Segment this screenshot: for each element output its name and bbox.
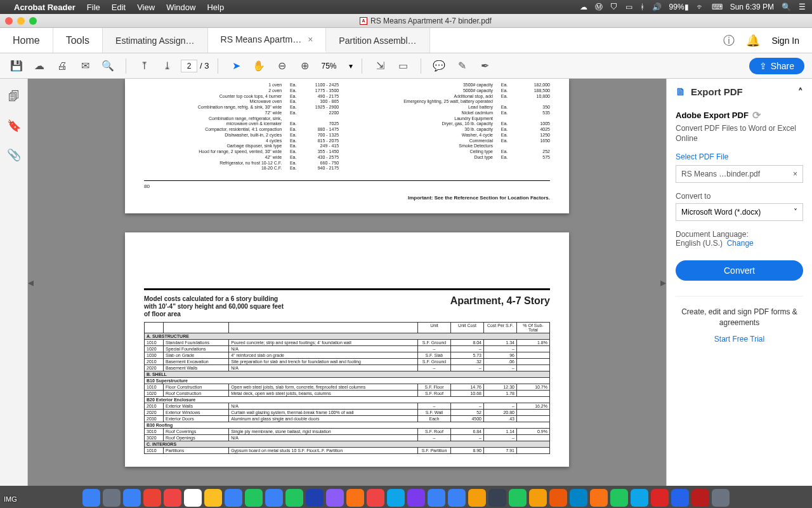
dock-item-31[interactable] [712,489,730,507]
page-current-input[interactable] [181,60,197,72]
save-icon[interactable]: 💾 [8,57,25,75]
dock-item-22[interactable] [529,489,547,507]
search-icon[interactable]: 🔍 [99,57,117,75]
dock-item-27[interactable] [631,489,648,507]
dock-item-17[interactable] [428,489,445,507]
zoom-select[interactable]: 75%▾ [318,62,353,70]
app-name[interactable]: Acrobat Reader [14,3,75,12]
dock-item-24[interactable] [570,489,587,507]
status-display-icon[interactable]: ▭ [625,3,632,11]
doc-tab-1[interactable]: RS Means Apartm…× [208,28,327,53]
dock-item-9[interactable] [265,489,283,507]
dock-item-7[interactable] [225,489,242,507]
doc-tab-2[interactable]: Partition Assembl… [326,28,429,53]
dock-item-30[interactable] [691,489,709,507]
doc-tab-0[interactable]: Estimating Assign… [103,28,208,53]
dock-item-11[interactable] [306,489,324,507]
status-cloud-icon[interactable]: ☁ [580,3,587,11]
convert-button[interactable]: Convert [676,260,803,281]
status-shield-icon[interactable]: ⛉ [610,3,618,11]
selected-file[interactable]: RS Means …binder.pdf× [676,165,803,183]
document-viewport[interactable]: ◂ ▸ 1 ovenEa.1100 - 24252 ovenEa.1775 - … [28,79,666,486]
dock-item-6[interactable] [204,489,222,507]
window-titlebar: ARS Means Apartment 4-7 binder.pdf [0,14,812,28]
dock-item-2[interactable] [123,489,141,507]
collapse-panel-icon[interactable]: ˄ [798,86,803,98]
page-up-icon[interactable]: ⤒ [135,57,153,75]
dock-item-26[interactable] [610,489,628,507]
dock-item-12[interactable] [326,489,344,507]
menu-file[interactable]: File [87,3,100,12]
attachment-icon[interactable]: 📎 [7,148,21,162]
status-m-icon[interactable]: Ⓜ [595,2,603,13]
clear-file-icon[interactable]: × [793,170,797,178]
comment-icon[interactable]: 💬 [430,57,448,75]
dock-item-5[interactable] [184,489,202,507]
dock-item-25[interactable] [590,489,608,507]
export-header[interactable]: Export PDF [691,86,743,97]
page-down-icon[interactable]: ⤓ [158,57,176,75]
zoom-window-button[interactable] [29,17,37,25]
status-wifi-icon[interactable]: ᯤ [697,3,704,11]
print-icon[interactable]: 🖨 [53,57,71,75]
menu-extras-icon[interactable]: ☰ [799,3,806,11]
dock-item-21[interactable] [509,489,527,507]
collapse-left-icon[interactable]: ◂ [28,276,34,290]
sign-in-link[interactable]: Sign In [771,36,799,46]
zoom-in-icon[interactable]: ⊕ [296,57,313,75]
share-button[interactable]: ⇪ Share [749,58,804,74]
dock-item-4[interactable] [164,489,181,507]
chevron-down-icon: ▾ [349,62,353,70]
change-lang-link[interactable]: Change [727,239,754,248]
spotlight-icon[interactable]: 🔍 [782,3,791,11]
dock-item-0[interactable] [82,489,100,507]
selection-tool-icon[interactable]: ➤ [227,57,245,75]
dock-item-28[interactable] [651,489,669,507]
notifications-icon[interactable]: 🔔 [746,34,760,48]
menu-window[interactable]: Window [166,3,195,12]
status-bluetooth-icon[interactable]: ᚼ [640,3,645,11]
help-icon[interactable]: ⓘ [723,33,735,48]
thumbnails-icon[interactable]: 🗐 [8,90,20,104]
fit-width-icon[interactable]: ⇲ [371,57,389,75]
minimize-window-button[interactable] [17,17,25,25]
dock-item-1[interactable] [103,489,121,507]
collapse-right-icon[interactable]: ▸ [660,276,666,290]
status-clock[interactable]: Sun 6:39 PM [730,3,774,11]
zoom-out-icon[interactable]: ⊖ [273,57,291,75]
bookmark-icon[interactable]: 🔖 [7,119,21,133]
cloud-upload-icon[interactable]: ☁ [30,57,48,75]
menu-view[interactable]: View [137,3,155,12]
refresh-icon[interactable]: ⟳ [752,109,761,121]
menu-help[interactable]: Help [207,3,224,12]
export-pdf-icon: 🗎 [676,86,686,97]
fit-page-icon[interactable]: ▭ [394,57,412,75]
sign-icon[interactable]: ✒ [476,57,494,75]
format-select[interactable]: Microsoft Word (*.docx)˅ [676,203,803,221]
close-tab-icon[interactable]: × [308,34,313,44]
status-keyboard-icon[interactable]: ⌨ [712,3,723,11]
dock-item-13[interactable] [346,489,364,507]
dock-item-20[interactable] [488,489,506,507]
status-battery[interactable]: 99% ▮ [669,3,689,11]
dock-item-16[interactable] [407,489,425,507]
menu-edit[interactable]: Edit [112,3,126,12]
home-tab[interactable]: Home [0,28,53,53]
dock-item-3[interactable] [143,489,161,507]
dock-item-10[interactable] [285,489,303,507]
email-icon[interactable]: ✉ [76,57,94,75]
dock-item-15[interactable] [387,489,405,507]
lang-label: Document Language: [676,230,749,239]
close-window-button[interactable] [5,17,13,25]
dock-item-8[interactable] [245,489,263,507]
hand-tool-icon[interactable]: ✋ [250,57,268,75]
dock-item-19[interactable] [468,489,486,507]
dock-item-23[interactable] [549,489,567,507]
start-trial-link[interactable]: Start Free Trial [676,335,803,344]
dock-item-29[interactable] [671,489,689,507]
dock-item-18[interactable] [448,489,466,507]
highlight-icon[interactable]: ✎ [453,57,471,75]
tools-tab[interactable]: Tools [53,28,103,53]
dock-item-14[interactable] [367,489,384,507]
status-volume-icon[interactable]: 🔊 [652,3,662,11]
